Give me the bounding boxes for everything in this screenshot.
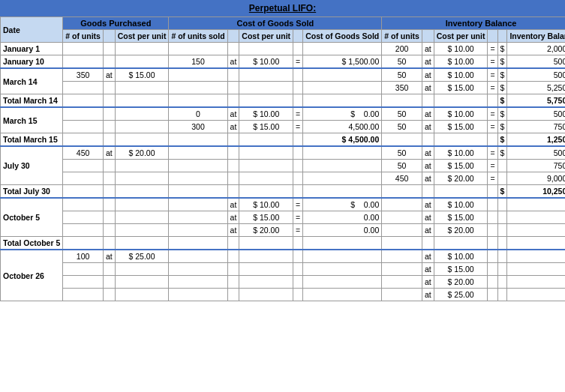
header-goods-purchased: Goods Purchased bbox=[63, 17, 169, 30]
header-date: Date bbox=[1, 17, 63, 43]
table-row: at $ 20.00 = 0.00 at $ 20.00 bbox=[1, 224, 566, 237]
table-row: 350 at $ 15.00 = $ 5,250.00 bbox=[1, 82, 566, 94]
table-row: January 1 200 at $ 10.00 = $ 2,000.00 bbox=[1, 43, 566, 55]
table-row: at $ 25.00 bbox=[1, 289, 566, 301]
header-inv-eq bbox=[488, 30, 497, 43]
total-row: Total March 15 $ 4,500.00 $ 1,250.00 bbox=[1, 133, 566, 147]
total-row: Total March 14 $ 5,750.00 bbox=[1, 94, 566, 108]
perpetual-lifo-table: Date Goods Purchased Cost of Goods Sold … bbox=[0, 16, 565, 301]
table-row: March 14 350 at $ 15.00 50 at $ 10.00 = … bbox=[1, 68, 566, 82]
header-inv-dollar bbox=[497, 30, 507, 43]
header-cost-per-unit: Cost per unit bbox=[115, 30, 169, 43]
table-row: July 30 450 at $ 20.00 50 at $ 10.00 = $… bbox=[1, 146, 566, 160]
table-row: January 10 150 at $ 10.00 = $ 1,500.00 5… bbox=[1, 55, 566, 69]
header-inv-bal: Inventory Balance bbox=[507, 30, 565, 43]
main-title: Perpetual LIFO: bbox=[0, 0, 565, 16]
header-inv-at bbox=[422, 30, 434, 43]
total-row: Total July 30 $ 10,250.00 bbox=[1, 185, 566, 199]
table-row: at $ 15.00 = 0.00 at $ 15.00 bbox=[1, 211, 566, 224]
table-row: 300 at $ 15.00 = 4,500.00 50 at $ 15.00 … bbox=[1, 121, 566, 133]
table-row: October 26 100 at $ 25.00 at $ 10.00 bbox=[1, 250, 566, 263]
header-cost-per-unit-sold: Cost per unit bbox=[239, 30, 293, 43]
header-cogs-col: Cost of Goods Sold bbox=[303, 30, 382, 43]
header-inv-balance: Inventory Balance bbox=[382, 17, 565, 30]
header-at2 bbox=[227, 30, 239, 43]
header-units-sold: # of units sold bbox=[169, 30, 227, 43]
header-eq1 bbox=[293, 30, 303, 43]
header-inv-units: # of units bbox=[382, 30, 422, 43]
header-inv-cost: Cost per unit bbox=[434, 30, 488, 43]
header-num-units: # of units bbox=[63, 30, 104, 43]
total-row: Total October 5 bbox=[1, 237, 566, 250]
table-row: at $ 20.00 bbox=[1, 276, 566, 289]
table-row: 450 at $ 20.00 = 9,000.00 bbox=[1, 172, 566, 185]
table-row: March 15 0 at $ 10.00 = $ 0.00 50 at $ 1… bbox=[1, 107, 566, 121]
table-row: October 5 at $ 10.00 = $ 0.00 at $ 10.00 bbox=[1, 198, 566, 211]
table-row: 50 at $ 15.00 = 750.00 bbox=[1, 160, 566, 172]
header-cogs: Cost of Goods Sold bbox=[169, 17, 382, 30]
header-at1 bbox=[103, 30, 115, 43]
table-row: at $ 15.00 bbox=[1, 263, 566, 276]
